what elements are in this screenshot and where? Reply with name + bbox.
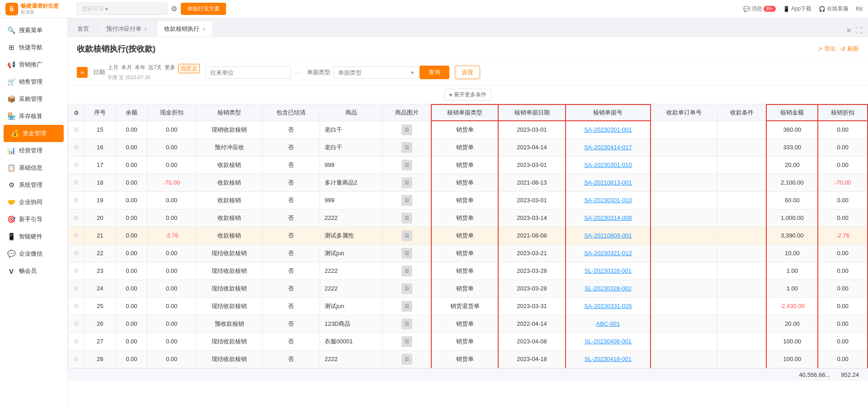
page-title: 收款核销执行(按收款)	[77, 43, 156, 54]
sidebar-item-system[interactable]: ⚙ 系统管理	[0, 176, 67, 194]
industry-btn[interactable]: 体验行业方案	[181, 3, 226, 15]
td-gear[interactable]: ⚙	[68, 244, 85, 262]
sidebar-item-vip[interactable]: V 畅会员	[0, 262, 67, 280]
td-cancel-no[interactable]: SA-20210813-001	[566, 174, 651, 191]
date-this-year[interactable]: 本年	[135, 64, 146, 73]
date-last-month[interactable]: 上月	[108, 64, 118, 73]
tab-prepay[interactable]: 预付冲应付单 ×	[99, 20, 155, 37]
sidebar-item-quick-nav[interactable]: ⊞ 快捷导航	[0, 39, 67, 56]
sidebar-item-enterprise[interactable]: 🤝 企业协同	[0, 194, 67, 211]
settings-btn[interactable]: 设置	[455, 66, 480, 79]
td-cancel-amount: 1.00	[766, 280, 818, 297]
td-gear[interactable]: ⚙	[68, 297, 85, 315]
sidebar-item-smarthw[interactable]: 📱 智能硬件	[0, 228, 67, 245]
tab-home[interactable]: 首页	[70, 20, 97, 37]
sidebar-item-newbie[interactable]: 🎯 新手引导	[0, 211, 67, 228]
td-cancel-no[interactable]: SA-20230301-001	[566, 121, 651, 138]
tab-prepay-close[interactable]: ×	[144, 26, 147, 32]
sidebar-label-system: 系统管理	[19, 181, 42, 189]
td-cancel-no[interactable]: SA-20230301-010	[566, 191, 651, 209]
tab-receipt-close[interactable]: ×	[202, 26, 205, 32]
td-cancel-no[interactable]: SA-20230414-017	[566, 138, 651, 156]
expand-btn[interactable]: ▾ 展开更多条件	[444, 89, 491, 101]
td-cancel-no[interactable]: SL-20230408-001	[566, 333, 651, 350]
partner-input[interactable]	[205, 67, 291, 79]
sidebar-item-sales[interactable]: 🛒 销售管理	[0, 73, 67, 90]
date-more[interactable]: 更多	[165, 64, 175, 73]
td-cancel-amount: 10.00	[766, 244, 818, 262]
query-btn[interactable]: 查询	[420, 66, 449, 79]
td-cancel-no[interactable]: SA-20230331-026	[566, 297, 651, 315]
td-cancel-no[interactable]: SL-20230418-001	[566, 350, 651, 368]
message-action[interactable]: 💬 消息 99+	[743, 5, 776, 13]
td-cancel-no[interactable]: SA-20210808-001	[566, 227, 651, 244]
td-cancel-date: 2023-03-31	[498, 297, 565, 315]
filter-voucher-group: 单据类型 ▾	[307, 67, 414, 79]
table-wrapper[interactable]: ⚙ 序号 余额 现金折扣 核销类型 包含已结清 商品 商品图片 核销单据类型 核…	[68, 104, 868, 404]
td-cancel-no[interactable]: ABC-001	[566, 315, 651, 333]
td-cancel-amount: 60.00	[766, 191, 818, 209]
td-gear[interactable]: ⚙	[68, 174, 85, 191]
td-cancel-discount: 0.00	[818, 350, 868, 368]
sidebar-item-operations[interactable]: 📊 经营管理	[0, 142, 67, 159]
td-gear[interactable]: ⚙	[68, 209, 85, 227]
td-gear[interactable]: ⚙	[68, 121, 85, 138]
td-cancel-no[interactable]: SA-20230314-008	[566, 209, 651, 227]
sidebar-item-purchase[interactable]: 📦 采购管理	[0, 90, 67, 108]
export-label: 导出	[824, 45, 836, 53]
td-gear[interactable]: ⚙	[68, 156, 85, 174]
tab-receipt[interactable]: 收款核销执行 ×	[156, 20, 212, 37]
td-gear[interactable]: ⚙	[68, 333, 85, 350]
th-gear[interactable]: ⚙	[68, 105, 85, 121]
td-product: 2222	[320, 350, 382, 368]
td-gear[interactable]: ⚙	[68, 350, 85, 368]
td-cancel-no[interactable]: SA-20230301-010	[566, 156, 651, 174]
date-7days[interactable]: 近7天	[148, 64, 162, 73]
quicknav-icon: ⊞	[7, 43, 15, 52]
td-gear[interactable]: ⚙	[68, 280, 85, 297]
td-seq: 18	[85, 174, 116, 191]
export-btn[interactable]: ↗ 导出	[817, 45, 836, 53]
voucher-type-input[interactable]	[333, 67, 419, 79]
td-cancel-amount: 1,000.00	[766, 209, 818, 227]
td-cancel-no[interactable]: SL-20230328-002	[566, 280, 651, 297]
td-gear[interactable]: ⚙	[68, 227, 85, 244]
td-balance: 0.00	[116, 280, 147, 297]
td-seq: 22	[85, 244, 116, 262]
td-cancel-discount: 0.00	[818, 280, 868, 297]
td-balance: 0.00	[116, 262, 147, 280]
sidebar-item-search[interactable]: 🔍 搜索菜单	[0, 22, 67, 39]
dropdown-icon[interactable]: ▾	[105, 6, 108, 12]
app-download[interactable]: 📱 App下载	[783, 5, 811, 13]
td-gear[interactable]: ⚙	[68, 262, 85, 280]
gear-icon[interactable]: ⚙	[171, 5, 177, 13]
filter-toggle-btn[interactable]: »	[77, 67, 88, 78]
online-service[interactable]: 🎧 在线客服	[819, 5, 849, 13]
footer-cancel-amount: 40,556,66...	[799, 371, 830, 378]
sidebar-item-finance[interactable]: 💰 资金管理	[4, 125, 64, 142]
td-gear[interactable]: ⚙	[68, 191, 85, 209]
td-receipt-order-no	[651, 333, 717, 350]
user-name[interactable]: Rit	[856, 6, 863, 12]
table-row: ⚙ 24 0.00 0.00 现结收款核销 否 2222 🖼 销货单 2023-…	[68, 280, 868, 297]
tab-expand-icon[interactable]: ⛶	[855, 27, 863, 35]
date-this-month[interactable]: 本月	[121, 64, 132, 73]
td-cancel-no[interactable]: SL-20230328-001	[566, 262, 651, 280]
sidebar-item-wechat[interactable]: 💬 企业微信	[0, 245, 67, 262]
sidebar-item-marketing[interactable]: 📢 营销推广	[0, 56, 67, 73]
th-product-img: 商品图片	[382, 105, 432, 121]
td-gear[interactable]: ⚙	[68, 138, 85, 156]
tab-close-icon[interactable]: ✕	[846, 26, 852, 35]
td-cancel-no[interactable]: SA-20230321-012	[566, 244, 651, 262]
sidebar-item-basic-info[interactable]: 📋 基础信息	[0, 159, 67, 176]
page-actions: ↗ 导出 ↺ 刷新	[817, 45, 859, 53]
date-custom[interactable]: 自定义	[178, 64, 200, 73]
page-header: 收款核销执行(按收款) ↗ 导出 ↺ 刷新	[68, 37, 868, 59]
td-gear[interactable]: ⚙	[68, 315, 85, 333]
td-cancel-discount: 0.00	[818, 121, 868, 138]
sidebar-label-inventory: 库存核算	[19, 112, 42, 120]
search-box[interactable]: 搜索区域 ▾	[77, 3, 167, 15]
sidebar-item-inventory[interactable]: 🏪 库存核算	[0, 108, 67, 125]
refresh-btn[interactable]: ↺ 刷新	[840, 45, 859, 53]
td-cancel-voucher-type: 销货单	[431, 315, 498, 333]
